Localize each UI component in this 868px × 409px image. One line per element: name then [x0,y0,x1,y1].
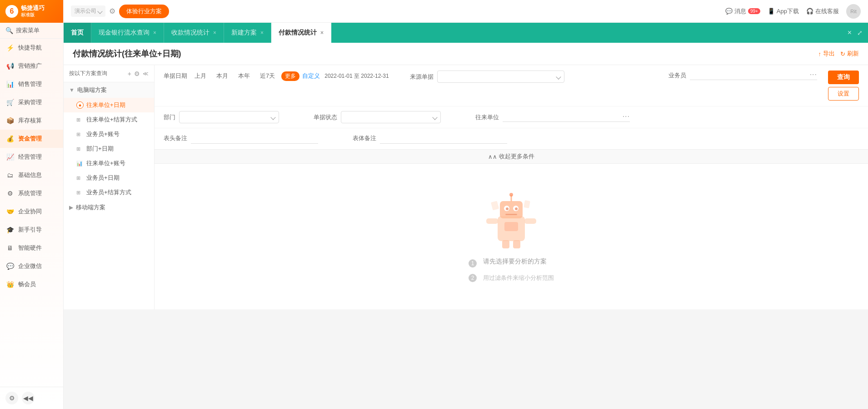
close-all-tabs-btn[interactable]: × [846,27,853,39]
body-remark-input[interactable] [380,133,507,144]
sidebar-item-sales[interactable]: 📊 销售管理 [0,75,63,93]
member-icon: 👑 [5,280,15,289]
scheme-item-label: 往来单位+结算方式 [86,116,137,124]
app-download-btn[interactable]: 📱 App下载 [768,7,799,15]
doc-status-filter: 单据状态 [314,111,441,123]
sidebar-item-basic[interactable]: 🗂 基础信息 [0,166,63,184]
scheme-item-salesman-settle[interactable]: ⊞ 业务员+结算方式 [64,185,154,200]
salesman-more-btn[interactable]: ··· [810,71,817,79]
collapse-sidebar-btn[interactable]: ◀◀ [22,392,35,404]
operation-icon: 📈 [5,152,15,162]
tab-bank-flow[interactable]: 现金银行流水查询 × [91,23,164,43]
sidebar-item-finance[interactable]: 💰 资金管理 [0,130,63,148]
scheme-item-label: 业务员+日期 [86,174,120,182]
tab-collection-stats-close[interactable]: × [213,30,216,36]
sidebar-item-label: 基础信息 [18,171,42,179]
salesman-input-area: ··· [690,71,817,80]
scheme-item-label: 部门+日期 [86,145,114,153]
tab-new-scheme[interactable]: 新建方案 × [224,23,271,43]
download-icon: 📱 [768,8,775,15]
related-unit-more-btn[interactable]: ··· [623,112,630,121]
user-avatar[interactable]: Rit [846,4,861,19]
company-selector[interactable]: 演示公司 [71,5,105,17]
date-option-7days[interactable]: 近7天 [256,71,279,81]
refresh-btn[interactable]: ↻ 刷新 [840,50,859,58]
add-scheme-btn[interactable]: + [128,70,131,77]
page-header: 付款情况统计(往来单位+日期) ↑ 导出 ↻ 刷新 [64,43,868,65]
hint-2-number: 2 [469,274,477,282]
dept-select[interactable] [179,111,279,123]
date-option-last-month[interactable]: 上月 [191,71,210,81]
online-service-label: 在线客服 [815,7,839,15]
scheme-item-unit-settle[interactable]: ⊞ 往来单位+结算方式 [64,112,154,127]
sidebar-item-marketing[interactable]: 📢 营销推广 [0,57,63,75]
pc-scheme-section-header[interactable]: ▼ 电脑端方案 [64,82,154,98]
industry-btn[interactable]: 体验行业方案 [119,5,169,18]
message-btn[interactable]: 💬 消息 99+ [725,7,760,15]
tab-new-scheme-close[interactable]: × [260,30,264,36]
pc-section-label: 电脑端方案 [77,86,107,94]
mobile-scheme-section[interactable]: ▶ 移动端方案 [64,200,154,215]
sidebar-item-wechat[interactable]: 💬 企业微信 [0,257,63,275]
sidebar-item-enterprise[interactable]: 🤝 企业协同 [0,202,63,221]
sidebar-item-guide[interactable]: 🎓 新手引导 [0,221,63,239]
date-option-this-year[interactable]: 本年 [234,71,254,81]
collapse-btn[interactable]: ∧∧ 收起更多条件 [155,149,868,163]
scheme-item-salesman-date[interactable]: ⊞ 业务员+日期 [64,171,154,185]
scheme-item-dept-date[interactable]: ⊞ 部门+日期 [64,141,154,156]
collapse-scheme-btn[interactable]: ≪ [143,71,149,77]
sidebar-item-label: 营销推广 [18,62,42,70]
source-doc-select[interactable] [437,71,564,83]
refresh-icon: ↻ [840,50,845,57]
source-label: 来源单据 [410,73,434,81]
settings-btn[interactable]: 设置 [828,87,859,101]
sidebar-item-quick-nav[interactable]: ⚡ 快捷导航 [0,39,63,57]
enterprise-icon: 🤝 [5,207,15,216]
tab-collection-stats[interactable]: 收款情况统计 × [164,23,224,43]
settings-footer-btn[interactable]: ⚙ [5,392,18,404]
date-option-more[interactable]: 更多 [281,71,299,81]
salesman-label: 业务员 [668,71,686,80]
header-remark-input[interactable] [191,133,318,144]
export-btn[interactable]: ↑ 导出 [818,50,835,58]
scheme-item-salesman-account[interactable]: ⊞ 业务员+账号 [64,127,154,141]
date-option-custom[interactable]: 自定义 [302,72,320,80]
body-remark-filter: 表体备注 [353,133,507,144]
table-scheme-icon-2: ⊞ [76,131,84,138]
settings-btn-header[interactable]: ⚙ [109,7,115,15]
sidebar-item-operation[interactable]: 📈 经营管理 [0,148,63,166]
salesman-filter: 业务员 ··· [655,71,817,80]
date-options: 上月 本月 本年 近7天 更多 自定义 2022-01-01 至 2022-12… [191,71,389,81]
top-header: 演示公司 ⚙ 体验行业方案 💬 消息 99+ 📱 App下载 🎧 在线客服 Ri… [64,0,868,23]
sidebar-item-purchase[interactable]: 🛒 采购管理 [0,93,63,111]
sidebar-item-member[interactable]: 👑 畅会员 [0,275,63,293]
sidebar-item-system[interactable]: ⚙ 系统管理 [0,184,63,202]
scheme-item-unit-account[interactable]: 📊 往来单位+账号 [64,156,154,171]
chevron-down-icon [98,8,102,15]
scheme-item-unit-date[interactable]: ● 往来单位+日期 [64,98,154,112]
tab-bank-flow-close[interactable]: × [153,30,156,36]
sidebar-item-label: 经营管理 [18,153,42,161]
doc-status-select[interactable] [341,111,441,123]
sales-icon: 📊 [5,80,15,89]
search-menu[interactable]: 🔍 搜索菜单 [0,23,63,39]
date-option-this-month[interactable]: 本月 [213,71,232,81]
sidebar-item-hardware[interactable]: 🖥 智能硬件 [0,239,63,257]
tab-payment-stats-close[interactable]: × [320,30,324,36]
tab-home-label: 首页 [71,29,84,37]
message-label: 消息 [734,7,746,15]
tab-home[interactable]: 首页 [64,23,91,43]
online-service-btn[interactable]: 🎧 在线客服 [806,7,839,15]
svg-rect-1 [500,201,523,218]
sidebar-item-inventory[interactable]: 📦 库存核算 [0,111,63,130]
maximize-btn[interactable]: ⤢ [855,27,864,38]
sidebar-item-label: 新手引导 [18,226,42,234]
scheme-settings-btn[interactable]: ⚙ [134,70,140,77]
system-icon: ⚙ [5,189,15,198]
query-btn[interactable]: 查询 [828,71,859,84]
scheme-panel-header: 按以下方案查询 + ⚙ ≪ [64,65,154,82]
tab-payment-stats[interactable]: 付款情况统计 × [271,23,331,43]
svg-rect-6 [505,214,517,215]
mobile-section-label: 移动端方案 [76,203,105,212]
inventory-icon: 📦 [5,116,15,125]
